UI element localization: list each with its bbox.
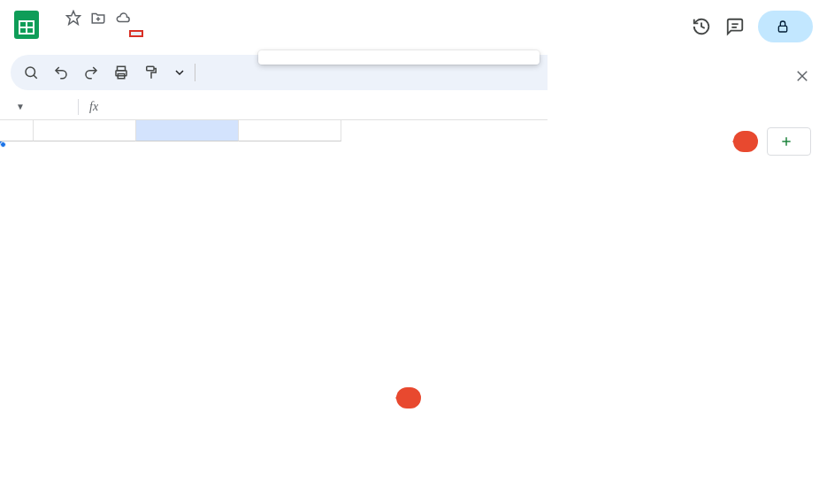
col-header-a[interactable] [34,120,136,141]
svg-point-8 [26,67,35,77]
menu-view[interactable] [81,30,96,37]
col-header-b[interactable] [136,120,239,141]
star-icon[interactable] [65,10,81,26]
menu-bar [50,30,691,37]
header [0,0,827,51]
sheets-logo-icon [11,9,42,41]
name-box[interactable]: ▼ [11,102,71,111]
print-icon[interactable] [108,59,134,86]
menu-help[interactable] [177,30,191,37]
comment-icon[interactable] [724,16,746,37]
svg-line-9 [34,75,37,79]
col-header-c[interactable] [239,120,341,141]
redo-icon[interactable] [78,59,104,86]
plus-icon [780,135,793,148]
callout-1 [396,387,421,409]
paint-format-icon[interactable] [138,59,165,86]
chevron-down-icon [175,68,184,77]
svg-rect-7 [778,26,786,32]
share-button[interactable] [758,11,813,42]
fx-icon: fx [86,100,102,114]
cloud-status-icon[interactable] [115,10,131,26]
title-area [50,7,691,37]
menu-data[interactable] [129,30,143,37]
menu-file[interactable] [50,30,64,37]
undo-icon[interactable] [48,59,74,86]
close-icon[interactable] [793,67,811,85]
history-icon[interactable] [691,16,712,37]
menu-tools[interactable] [145,30,159,37]
chevron-down-icon: ▼ [16,102,25,111]
selection-handle[interactable] [0,141,6,148]
menu-insert[interactable] [97,30,111,37]
svg-marker-4 [67,11,80,25]
menu-extensions[interactable] [161,30,175,37]
lock-icon [776,19,790,34]
add-rule-button[interactable] [767,127,811,156]
data-validation-sidebar [548,51,827,504]
select-all-corner[interactable] [0,120,34,141]
menu-edit[interactable] [65,30,80,37]
zoom-select[interactable] [168,68,188,77]
search-icon[interactable] [18,59,44,86]
data-menu-dropdown [258,50,540,65]
move-icon[interactable] [90,10,106,26]
selection-outline [0,141,4,145]
header-actions [691,7,816,42]
menu-format[interactable] [113,30,127,37]
svg-rect-13 [147,66,154,71]
doc-title[interactable] [50,17,57,19]
callout-2 [733,131,758,152]
